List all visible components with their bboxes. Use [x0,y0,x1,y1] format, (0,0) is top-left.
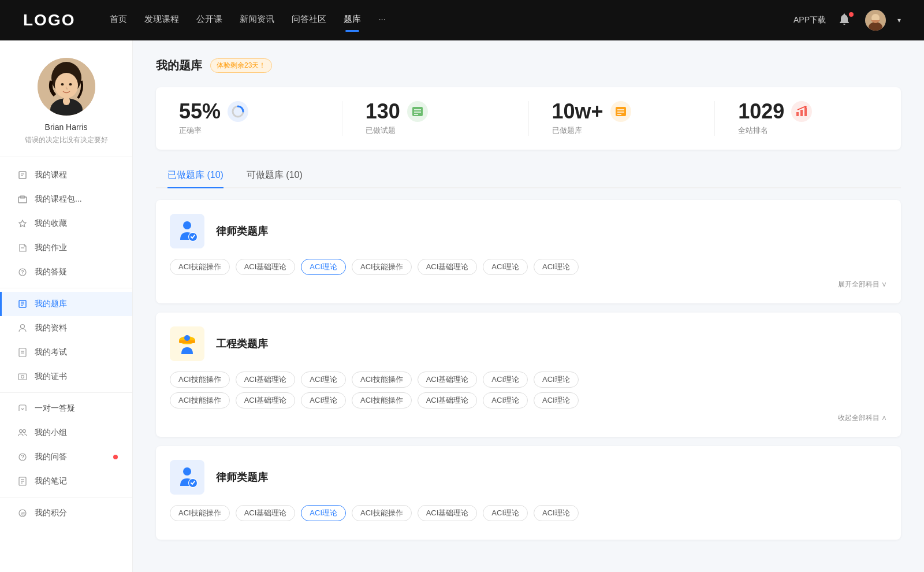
user-dropdown-arrow[interactable]: ▾ [897,16,901,24]
sidebar-item-certificate[interactable]: 我的证书 [0,365,132,389]
nav-qa[interactable]: 问答社区 [292,14,326,27]
tag[interactable]: ACI基础理论 [236,505,296,521]
my-qa-icon [17,452,28,462]
tag[interactable]: ACI技能操作 [352,259,412,275]
rank-icon [791,101,812,122]
tag[interactable]: ACI技能操作 [170,505,230,521]
stat-top: 55% [179,101,248,122]
tag-active[interactable]: ACI理论 [301,505,346,521]
tag[interactable]: ACI理论 [301,392,346,408]
nav-discover[interactable]: 发现课程 [144,14,179,27]
quiz-bank-icon [17,299,28,309]
profile-avatar[interactable] [38,58,95,116]
page-header: 我的题库 体验剩余23天！ [156,58,901,73]
sidebar-item-favorites[interactable]: 我的收藏 [0,211,132,236]
sidebar-item-tutor[interactable]: 一对一答疑 [0,396,132,421]
nav-quiz[interactable]: 题库 [344,14,361,27]
stat-label-banks: 已做题库 [552,125,582,136]
svg-point-29 [23,430,26,433]
sidebar-item-label: 我的题库 [35,299,67,309]
tab-available-banks[interactable]: 可做题库 (10) [235,164,314,187]
tag[interactable]: ACI基础理论 [236,392,296,408]
certificate-icon [17,372,28,382]
app-download-link[interactable]: APP下载 [793,15,826,25]
tag[interactable]: ACI基础理论 [418,259,478,275]
stat-rank: 1029 全站排名 [715,101,901,136]
notification-dot [849,12,854,17]
quiz-section-header: 律师类题库 [170,214,887,248]
quiz-section-title: 律师类题库 [216,470,268,484]
tag[interactable]: ACI技能操作 [352,392,412,408]
user-avatar[interactable] [865,10,886,31]
profile-name: Brian Harris [45,122,88,132]
homework-icon [17,243,28,253]
sidebar-item-label: 我的积分 [35,508,67,518]
tag[interactable]: ACI技能操作 [170,372,230,388]
stat-top: 130 [366,101,428,122]
sidebar-item-homework[interactable]: 我的作业 [0,236,132,260]
tags-row-2b: ACI技能操作 ACI基础理论 ACI理论 ACI技能操作 ACI基础理论 AC… [170,392,887,408]
profile-icon [17,323,28,333]
stat-label-done: 已做试题 [366,125,396,136]
tag[interactable]: ACI理论 [301,372,346,388]
tag[interactable]: ACI理论 [483,372,528,388]
sidebar-item-label: 我的作业 [35,243,67,253]
tag[interactable]: ACI理论 [534,505,579,521]
sidebar-item-course-package[interactable]: 我的课程包... [0,187,132,211]
tag[interactable]: ACI理论 [534,392,579,408]
sidebar-item-group[interactable]: 我的小组 [0,421,132,445]
stat-label-rank: 全站排名 [738,125,768,136]
tag[interactable]: ACI基础理论 [236,259,296,275]
nav-right: APP下载 ▾ [793,10,901,31]
tag[interactable]: ACI技能操作 [352,505,412,521]
sidebar-item-my-course[interactable]: 我的课程 [0,163,132,187]
stat-done-banks: 10w+ 已做题库 [529,101,716,136]
course-pkg-icon [17,194,28,205]
svg-point-57 [183,467,191,476]
tag[interactable]: ACI理论 [483,392,528,408]
tag[interactable]: ACI技能操作 [352,372,412,388]
tag[interactable]: ACI理论 [483,259,528,275]
expand-collapse-link-2[interactable]: 收起全部科目 ∧ [170,413,887,423]
tag[interactable]: ACI基础理论 [236,372,296,388]
nav-home[interactable]: 首页 [110,14,127,27]
tag[interactable]: ACI基础理论 [418,372,478,388]
tag[interactable]: ACI基础理论 [418,505,478,521]
tag[interactable]: ACI基础理论 [418,392,478,408]
sidebar-item-notes[interactable]: 我的笔记 [0,469,132,493]
sidebar-item-profile[interactable]: 我的资料 [0,316,132,340]
done-questions-icon [407,101,428,122]
sidebar-item-quiz-bank[interactable]: 我的题库 [0,292,132,316]
nav-more[interactable]: ··· [378,14,386,27]
quiz-section-lawyer-1: 律师类题库 ACI技能操作 ACI基础理论 ACI理论 ACI技能操作 ACI基… [156,200,901,303]
notification-bell[interactable] [837,12,854,28]
svg-rect-49 [804,107,807,116]
tag-active[interactable]: ACI理论 [301,259,346,275]
tag[interactable]: ACI理论 [534,372,579,388]
quiz-section-engineer: 工程类题库 ACI技能操作 ACI基础理论 ACI理论 ACI技能操作 ACI基… [156,313,901,437]
stat-value-rank: 1029 [738,101,784,122]
tag[interactable]: ACI理论 [534,259,579,275]
sidebar-item-exam[interactable]: 我的考试 [0,340,132,365]
quiz-section-header: 律师类题库 [170,460,887,495]
stat-top: 1029 [738,101,812,122]
svg-rect-9 [63,97,70,105]
sidebar-item-points[interactable]: 积 我的积分 [0,501,132,525]
nav-news[interactable]: 新闻资讯 [240,14,274,27]
tab-done-banks[interactable]: 已做题库 (10) [156,164,235,187]
sidebar-item-label: 一对一答疑 [35,403,75,414]
profile-motto: 错误的决定比没有决定要好 [25,135,108,145]
stat-accuracy: 55% 正确率 [156,101,342,136]
sidebar-item-my-qa[interactable]: 我的问答 [0,445,132,469]
quiz-section-header: 工程类题库 [170,326,887,361]
tag[interactable]: ACI技能操作 [170,392,230,408]
svg-point-5 [55,73,78,98]
page-title: 我的题库 [156,58,202,73]
sidebar-item-label: 我的考试 [35,347,67,358]
expand-collapse-link-1[interactable]: 展开全部科目 ∨ [170,280,887,289]
sidebar-item-qa[interactable]: 我的答疑 [0,260,132,284]
nav-open-course[interactable]: 公开课 [196,14,222,27]
tag[interactable]: ACI技能操作 [170,259,230,275]
tag[interactable]: ACI理论 [483,505,528,521]
svg-point-28 [20,430,23,433]
